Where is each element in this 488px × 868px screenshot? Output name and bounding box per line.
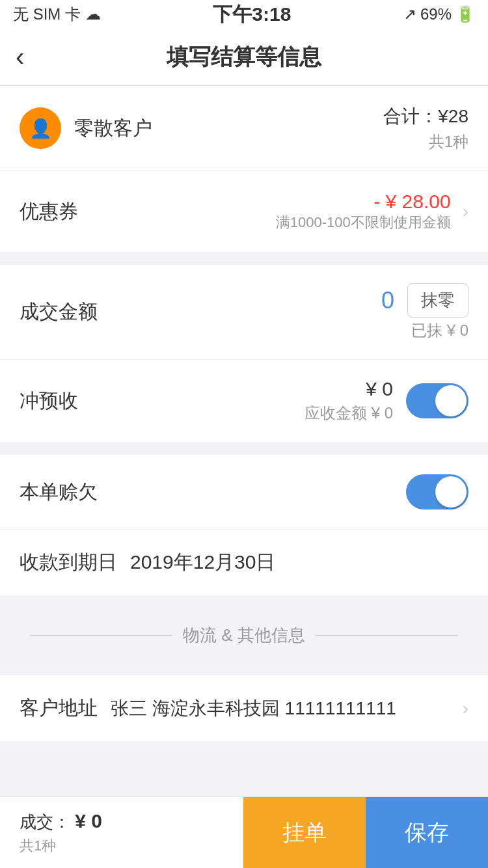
coupon-values: - ¥ 28.00 满1000-100不限制使用金额	[276, 191, 451, 232]
deal-amount-value[interactable]: 0	[381, 287, 394, 314]
address-value: 张三 海淀永丰科技园 11111111111	[111, 696, 463, 721]
prepaid-right: ¥ 0 应收金额 ¥ 0	[305, 378, 468, 424]
bottom-count: 共1种	[20, 836, 224, 856]
prepaid-sub: 应收金额 ¥ 0	[305, 403, 393, 424]
sim-status: 无 SIM 卡 ☁	[13, 4, 101, 25]
coupon-label: 优惠券	[20, 198, 78, 225]
prepaid-amounts: ¥ 0 应收金额 ¥ 0	[305, 378, 393, 424]
address-label: 客户地址	[20, 695, 98, 722]
debit-toggle[interactable]	[406, 474, 468, 509]
customer-row: 👤 零散客户 合计：¥28 共1种	[0, 86, 488, 170]
customer-count: 共1种	[383, 131, 468, 152]
due-date-row[interactable]: 收款到期日 2019年12月30日	[0, 529, 488, 595]
page-title: 填写结算等信息	[167, 42, 321, 72]
coupon-right: - ¥ 28.00 满1000-100不限制使用金额 ›	[276, 191, 468, 232]
battery-status: 69%	[420, 5, 452, 23]
bottom-deal: 成交： ¥ 0	[20, 810, 224, 834]
deal-amount-right: 0 抹零 已抹 ¥ 0	[381, 283, 468, 341]
status-time: 下午3:18	[213, 1, 291, 28]
hold-button[interactable]: 挂单	[243, 797, 366, 869]
save-button[interactable]: 保存	[366, 797, 488, 869]
back-button[interactable]: ‹	[16, 42, 24, 72]
bottom-deal-amount: ¥ 0	[75, 810, 102, 832]
coupon-value: - ¥ 28.00	[276, 191, 451, 213]
bottom-bar: 成交： ¥ 0 共1种 挂单 保存	[0, 796, 488, 868]
avatar-icon: 👤	[29, 118, 52, 139]
customer-right: 合计：¥28 共1种	[383, 104, 468, 152]
deal-amount-row: 成交金额 0 抹零 已抹 ¥ 0	[0, 265, 488, 360]
prepaid-toggle[interactable]	[406, 383, 468, 418]
bottom-deal-label: 成交：	[20, 812, 70, 832]
status-right: ↗ 69% 🔋	[403, 5, 475, 23]
prepaid-label: 冲预收	[20, 388, 78, 414]
coupon-chevron-icon: ›	[463, 201, 468, 222]
deal-amount-label: 成交金额	[20, 299, 98, 325]
due-date-value: 2019年12月30日	[130, 549, 275, 576]
address-row[interactable]: 客户地址 张三 海淀永丰科技园 11111111111 ›	[0, 675, 488, 741]
prepaid-main: ¥ 0	[305, 378, 393, 400]
debit-section: 本单赊欠 收款到期日 2019年12月30日	[0, 455, 488, 595]
prepaid-row: 冲预收 ¥ 0 应收金额 ¥ 0	[0, 360, 488, 442]
deal-amount-sub: 已抹 ¥ 0	[381, 320, 468, 341]
toggle-thumb	[435, 385, 467, 416]
customer-section: 👤 零散客户 合计：¥28 共1种 优惠券 - ¥ 28.00 满1000-10…	[0, 86, 488, 252]
address-chevron-icon: ›	[463, 698, 468, 719]
debit-toggle-thumb	[435, 476, 467, 508]
customer-avatar: 👤	[20, 107, 61, 149]
customer-total: 合计：¥28	[383, 104, 468, 129]
location-icon: ↗	[403, 5, 416, 23]
battery-icon: 🔋	[455, 5, 475, 23]
debit-label: 本单赊欠	[20, 479, 98, 506]
nav-bar: ‹ 填写结算等信息	[0, 29, 488, 86]
due-date-label: 收款到期日	[20, 549, 117, 576]
debit-row: 本单赊欠	[0, 455, 488, 529]
status-left: 无 SIM 卡 ☁	[13, 4, 101, 25]
round-button[interactable]: 抹零	[407, 283, 468, 318]
status-bar: 无 SIM 卡 ☁ 下午3:18 ↗ 69% 🔋	[0, 0, 488, 29]
logistics-header: 物流 & 其他信息	[0, 608, 488, 662]
logistics-text: 物流 & 其他信息	[183, 624, 305, 647]
bottom-info: 成交： ¥ 0 共1种	[0, 810, 243, 856]
logistics-section: 物流 & 其他信息	[0, 608, 488, 662]
customer-left: 👤 零散客户	[20, 107, 152, 149]
deal-section: 成交金额 0 抹零 已抹 ¥ 0 冲预收 ¥ 0 应收金额 ¥ 0	[0, 265, 488, 442]
coupon-desc: 满1000-100不限制使用金额	[276, 213, 451, 232]
customer-name: 零散客户	[74, 115, 152, 142]
deal-amount-controls: 0 抹零	[381, 283, 468, 318]
coupon-row[interactable]: 优惠券 - ¥ 28.00 满1000-100不限制使用金额 ›	[0, 170, 488, 252]
